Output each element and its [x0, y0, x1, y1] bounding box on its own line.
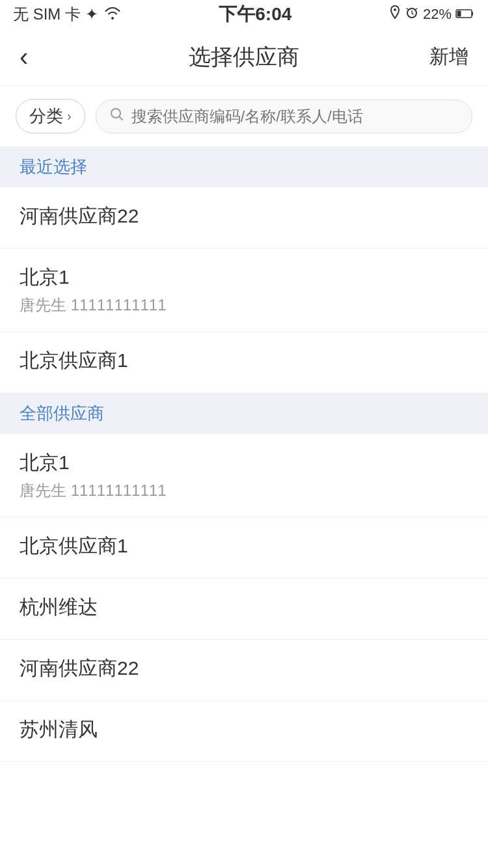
chevron-right-icon: › [67, 109, 72, 124]
list-item[interactable]: 河南供应商22 [0, 640, 488, 701]
item-sub: 唐先生 11111111111 [20, 480, 468, 501]
svg-point-0 [394, 8, 396, 11]
category-label: 分类 [29, 105, 63, 128]
list-item[interactable]: 北京供应商1 [0, 332, 488, 393]
search-box[interactable] [96, 100, 472, 133]
list-item[interactable]: 北京1唐先生 11111111111 [0, 434, 488, 517]
alarm-icon [405, 5, 419, 23]
svg-rect-3 [457, 11, 461, 17]
item-name: 北京1 [20, 264, 468, 291]
status-left: 无 SIM 卡 ✦ [13, 4, 122, 25]
list-item[interactable]: 杭州维达 [0, 578, 488, 640]
back-button[interactable]: ‹ [20, 42, 59, 72]
item-name: 苏州清风 [20, 716, 468, 743]
battery-percentage: 22% [423, 6, 452, 23]
item-sub: 唐先生 11111111111 [20, 295, 468, 316]
all-section-header: 全部供应商 [0, 393, 488, 434]
search-input[interactable] [131, 107, 459, 126]
status-bar: 无 SIM 卡 ✦ 下午6:04 22% [0, 0, 488, 29]
recent-section-header: 最近选择 [0, 146, 488, 187]
page-title: 选择供应商 [189, 42, 299, 72]
all-section-label: 全部供应商 [20, 403, 104, 423]
list-item[interactable]: 北京供应商1 [0, 517, 488, 578]
status-time: 下午6:04 [219, 2, 291, 27]
item-name: 河南供应商22 [20, 203, 468, 230]
item-name: 北京供应商1 [20, 347, 468, 374]
item-name: 河南供应商22 [20, 655, 468, 682]
no-sim-label: 无 SIM 卡 ✦ [13, 4, 98, 25]
list-item[interactable]: 北京1唐先生 11111111111 [0, 249, 488, 332]
category-button[interactable]: 分类 › [16, 99, 85, 133]
location-icon [389, 5, 401, 23]
list-item[interactable]: 苏州清风 [0, 701, 488, 762]
wifi-icon [103, 5, 122, 23]
filter-row: 分类 › [0, 86, 488, 146]
list-item[interactable]: 河南供应商22 [0, 187, 488, 249]
item-name: 北京1 [20, 450, 468, 476]
nav-bar: ‹ 选择供应商 新增 [0, 29, 488, 86]
battery-icon [455, 6, 475, 23]
item-name: 杭州维达 [20, 594, 468, 621]
all-list: 北京1唐先生 11111111111北京供应商1杭州维达河南供应商22苏州清风 [0, 434, 488, 762]
recent-list: 河南供应商22北京1唐先生 11111111111北京供应商1 [0, 187, 488, 393]
recent-section-label: 最近选择 [20, 157, 87, 176]
status-right: 22% [389, 5, 475, 23]
add-button[interactable]: 新增 [429, 44, 468, 70]
item-name: 北京供应商1 [20, 533, 468, 560]
search-icon [109, 107, 125, 126]
